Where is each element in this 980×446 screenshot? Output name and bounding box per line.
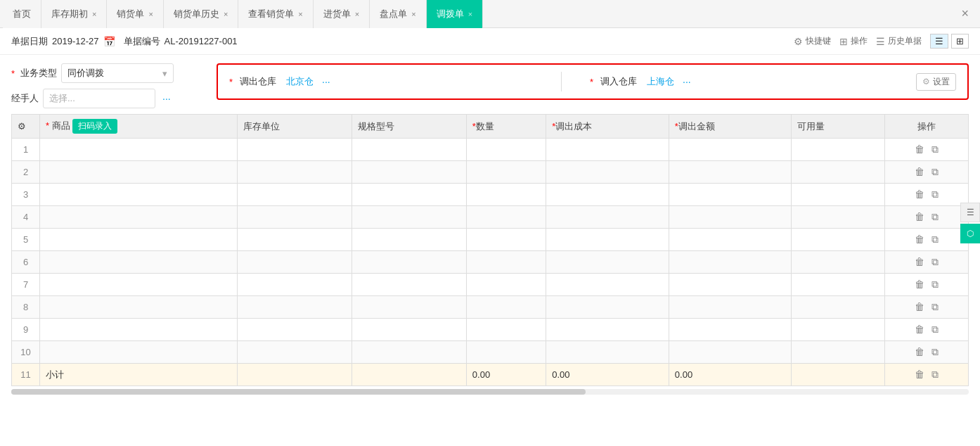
delete-icon[interactable]: 🗑: [915, 256, 924, 267]
delete-icon[interactable]: 🗑: [915, 346, 924, 357]
row-qty[interactable]: [466, 161, 546, 184]
row-product[interactable]: [40, 341, 238, 364]
scan-entry-button[interactable]: 扫码录入: [72, 119, 117, 134]
copy-icon[interactable]: ⧉: [931, 369, 939, 380]
row-amount[interactable]: [669, 319, 792, 341]
copy-icon[interactable]: ⧉: [931, 211, 939, 222]
delete-icon[interactable]: 🗑: [915, 369, 924, 380]
row-amount[interactable]: [669, 251, 792, 274]
out-warehouse-value[interactable]: 北京仓: [286, 75, 314, 88]
delete-icon[interactable]: 🗑: [915, 189, 924, 200]
row-cost[interactable]: [546, 319, 669, 341]
in-warehouse-value[interactable]: 上海仓: [647, 75, 674, 88]
copy-icon[interactable]: ⧉: [931, 256, 939, 267]
row-qty[interactable]: [466, 251, 546, 274]
row-product[interactable]: [40, 296, 238, 319]
row-qty[interactable]: [466, 274, 546, 296]
row-cost[interactable]: [546, 296, 669, 319]
close-tab-purchase[interactable]: ×: [355, 10, 359, 18]
view-list-btn[interactable]: ☰: [930, 34, 948, 49]
row-cost[interactable]: [546, 341, 669, 364]
row-cost[interactable]: [546, 139, 669, 161]
copy-icon[interactable]: ⧉: [931, 144, 939, 155]
window-close-button[interactable]: ×: [953, 6, 977, 21]
out-warehouse-ellipsis-icon[interactable]: ···: [322, 76, 330, 87]
th-gear[interactable]: ⚙: [12, 115, 40, 139]
handler-ellipsis-icon[interactable]: ···: [162, 93, 171, 104]
close-tab-sales-order[interactable]: ×: [148, 10, 153, 18]
in-warehouse-ellipsis-icon[interactable]: ···: [683, 76, 691, 87]
close-tab-view-sales[interactable]: ×: [298, 10, 302, 18]
copy-icon[interactable]: ⧉: [931, 234, 939, 245]
view-grid-btn[interactable]: ⊞: [951, 34, 969, 49]
row-qty[interactable]: [466, 206, 546, 229]
calendar-icon[interactable]: 📅: [103, 36, 115, 47]
row-product[interactable]: [40, 251, 238, 274]
tab-transfer[interactable]: 调拨单 ×: [427, 0, 483, 28]
row-qty[interactable]: [466, 184, 546, 206]
business-type-select[interactable]: 同价调拨 ▾: [61, 63, 174, 83]
row-cost[interactable]: [546, 184, 669, 206]
row-product[interactable]: [40, 274, 238, 296]
copy-icon[interactable]: ⧉: [931, 346, 939, 357]
handler-placeholder: 选择...: [49, 92, 75, 105]
copy-icon[interactable]: ⧉: [931, 301, 939, 312]
row-cost[interactable]: [546, 161, 669, 184]
delete-icon[interactable]: 🗑: [915, 166, 924, 177]
handler-select[interactable]: 选择...: [43, 89, 155, 108]
tab-sales-history[interactable]: 销货单历史 ×: [164, 0, 238, 28]
table-row: 8 🗑 ⧉: [12, 296, 969, 319]
shortcut-action[interactable]: ⚙ 快捷键: [794, 35, 831, 47]
settings-button[interactable]: ⚙ 设置: [916, 73, 956, 91]
row-product[interactable]: [40, 184, 238, 206]
delete-icon[interactable]: 🗑: [915, 324, 924, 335]
close-tab-inventory-init[interactable]: ×: [92, 10, 96, 18]
row-amount[interactable]: [669, 229, 792, 251]
float-expand-btn[interactable]: ⬡: [960, 224, 980, 243]
close-tab-sales-history[interactable]: ×: [224, 10, 228, 18]
tab-view-sales[interactable]: 查看销货单 ×: [238, 0, 313, 28]
row-qty[interactable]: [466, 341, 546, 364]
delete-icon[interactable]: 🗑: [915, 211, 924, 222]
tab-stocktake[interactable]: 盘点单 ×: [370, 0, 426, 28]
delete-icon[interactable]: 🗑: [915, 279, 924, 290]
row-amount[interactable]: [669, 206, 792, 229]
delete-icon[interactable]: 🗑: [915, 144, 924, 155]
copy-icon[interactable]: ⧉: [931, 189, 939, 200]
tab-home[interactable]: 首页: [3, 0, 41, 28]
row-product[interactable]: [40, 139, 238, 161]
row-cost[interactable]: [546, 229, 669, 251]
copy-icon[interactable]: ⧉: [931, 166, 939, 177]
row-amount[interactable]: [669, 139, 792, 161]
copy-icon[interactable]: ⧉: [931, 324, 939, 335]
row-amount[interactable]: [669, 341, 792, 364]
row-qty[interactable]: [466, 139, 546, 161]
delete-icon[interactable]: 🗑: [915, 234, 924, 245]
close-tab-stocktake[interactable]: ×: [411, 10, 415, 18]
row-cost[interactable]: [546, 274, 669, 296]
tab-purchase[interactable]: 进货单 ×: [314, 0, 370, 28]
row-product[interactable]: [40, 161, 238, 184]
copy-icon[interactable]: ⧉: [931, 279, 939, 290]
row-amount[interactable]: [669, 161, 792, 184]
row-product[interactable]: [40, 319, 238, 341]
row-product[interactable]: [40, 229, 238, 251]
row-qty[interactable]: [466, 296, 546, 319]
row-qty[interactable]: [466, 319, 546, 341]
close-tab-transfer[interactable]: ×: [468, 10, 472, 18]
row-amount[interactable]: [669, 274, 792, 296]
tab-sales-order[interactable]: 销货单 ×: [107, 0, 163, 28]
row-cost[interactable]: [546, 206, 669, 229]
row-product[interactable]: [40, 206, 238, 229]
row-amount[interactable]: [669, 296, 792, 319]
tab-inventory-init[interactable]: 库存期初 ×: [41, 0, 107, 28]
row-cost[interactable]: [546, 251, 669, 274]
row-amount[interactable]: [669, 184, 792, 206]
operation-action[interactable]: ⊞ 操作: [839, 35, 868, 47]
float-list-btn[interactable]: ☰: [960, 203, 980, 222]
row-qty[interactable]: [466, 229, 546, 251]
table-scrollbar[interactable]: [11, 389, 969, 395]
date-value[interactable]: 2019-12-27: [52, 36, 99, 46]
delete-icon[interactable]: 🗑: [915, 301, 924, 312]
history-action[interactable]: ☰ 历史单据: [876, 35, 922, 47]
